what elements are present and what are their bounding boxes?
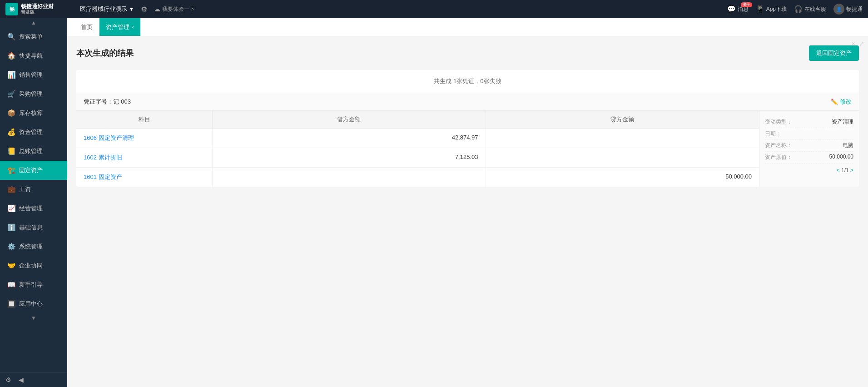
page-title: 本次生成的结果 bbox=[76, 48, 134, 59]
avatar: 👤 bbox=[833, 4, 844, 15]
sidebar-item-operations[interactable]: 📈 经营管理 bbox=[0, 199, 67, 218]
message-button[interactable]: 💬 消息 99+ bbox=[727, 5, 749, 13]
book-icon: 📖 bbox=[7, 281, 15, 289]
sidebar-item-search[interactable]: 🔍 搜索菜单 bbox=[0, 27, 67, 46]
download-icon: 📱 bbox=[756, 5, 764, 13]
sidebar-item-app-center[interactable]: 🔲 应用中心 bbox=[0, 294, 67, 313]
date-row: 日期： bbox=[765, 128, 853, 140]
gear-icon: ⚙️ bbox=[7, 243, 15, 251]
sidebar-collapse-button[interactable]: ◀ bbox=[19, 376, 24, 383]
info-icon: ℹ️ bbox=[7, 223, 15, 232]
col-debit: 借方金额 bbox=[213, 111, 486, 128]
asset-name-value: 电脑 bbox=[843, 142, 853, 149]
dialog-expand-button[interactable]: ⤢ bbox=[859, 40, 864, 47]
experience-button[interactable]: ☁ 我要体验一下 bbox=[154, 5, 195, 13]
sidebar-scroll-up[interactable]: ▲ bbox=[0, 18, 67, 27]
company-selector[interactable]: 医疗器械行业演示 ▼ bbox=[80, 5, 134, 13]
asset-name-label: 资产名称： bbox=[765, 142, 792, 149]
briefcase-icon: 💼 bbox=[7, 185, 15, 194]
trending-icon: 📈 bbox=[7, 204, 15, 213]
pagination-info: 1/1 bbox=[841, 167, 850, 174]
sidebar-item-guide[interactable]: 📖 新手引导 bbox=[0, 275, 67, 294]
row3-credit: 50,000.00 bbox=[486, 168, 759, 187]
box-icon: 📦 bbox=[7, 109, 15, 117]
row2-credit bbox=[486, 148, 759, 167]
sidebar-item-basic-info[interactable]: ℹ️ 基础信息 bbox=[0, 218, 67, 237]
sidebar-bottom: ⚙ ◀ bbox=[0, 372, 67, 387]
row2-debit: 7,125.03 bbox=[213, 148, 486, 167]
sidebar-settings-button[interactable]: ⚙ bbox=[5, 376, 11, 383]
voucher-header: 凭证字号：记-003 ✏️ 修改 bbox=[76, 93, 859, 111]
sidebar-item-payroll[interactable]: 💼 工资 bbox=[0, 180, 67, 199]
collapse-icon: ◀ bbox=[19, 376, 24, 383]
row1-credit bbox=[486, 129, 759, 148]
original-value-value: 50,000.00 bbox=[829, 154, 853, 161]
tabs-bar: 首页 资产管理 × bbox=[67, 18, 868, 36]
tab-home[interactable]: 首页 bbox=[74, 18, 99, 36]
handshake-icon: 🤝 bbox=[7, 262, 15, 270]
app-logo: 畅 畅捷通好业财 普及版 bbox=[5, 3, 73, 15]
money-icon: 💰 bbox=[7, 128, 15, 136]
table-row: 1602 累计折旧 7,125.03 bbox=[76, 148, 759, 168]
avatar-icon: 👤 bbox=[836, 7, 842, 12]
row1-debit: 42,874.97 bbox=[213, 129, 486, 148]
app-download-button[interactable]: 📱 App下载 bbox=[756, 5, 787, 13]
table-header: 科目 借方金额 贷方金额 bbox=[76, 111, 759, 129]
result-panel: 共生成 1张凭证，0张失败 凭证字号：记-003 ✏️ 修改 科目 借方金额 bbox=[76, 70, 859, 187]
original-value-label: 资产原值： bbox=[765, 154, 792, 161]
change-type-label: 变动类型： bbox=[765, 118, 792, 126]
edit-button[interactable]: ✏️ 修改 bbox=[831, 98, 852, 106]
original-value-row: 资产原值： 50,000.00 bbox=[765, 152, 853, 164]
tab-asset-management[interactable]: 资产管理 × bbox=[99, 18, 141, 36]
pagination-prev[interactable]: < bbox=[837, 167, 840, 174]
sidebar-scroll-down[interactable]: ▼ bbox=[0, 313, 67, 322]
sidebar-item-purchase[interactable]: 🛒 采购管理 bbox=[0, 84, 67, 104]
edit-icon: ✏️ bbox=[831, 99, 838, 105]
voucher-body: 科目 借方金额 贷方金额 ✓ 成功 1606 固定资产清理 42,874.97 bbox=[76, 111, 859, 187]
asset-name-row: 资产名称： 电脑 bbox=[765, 140, 853, 152]
date-label: 日期： bbox=[765, 130, 781, 138]
main-layout: ▲ 🔍 搜索菜单 🏠 快捷导航 📊 销售管理 🛒 采购管理 📦 库存核算 💰 资… bbox=[0, 18, 868, 387]
message-icon: 💬 bbox=[727, 5, 736, 13]
settings-icon[interactable]: ⚙ bbox=[138, 3, 150, 15]
pagination: < 1/1 > bbox=[765, 164, 853, 174]
row3-subject: 1601 固定资产 bbox=[76, 168, 213, 187]
search-icon: 🔍 bbox=[7, 33, 15, 41]
ledger-icon: 📒 bbox=[7, 147, 15, 155]
sidebar: ▲ 🔍 搜索菜单 🏠 快捷导航 📊 销售管理 🛒 采购管理 📦 库存核算 💰 资… bbox=[0, 18, 67, 387]
top-bar-center: 医疗器械行业演示 ▼ ⚙ ☁ 我要体验一下 bbox=[73, 3, 727, 15]
voucher-number: 凭证字号：记-003 bbox=[84, 98, 131, 106]
result-summary: 共生成 1张凭证，0张失败 bbox=[76, 70, 859, 93]
user-profile[interactable]: 👤 畅捷通 bbox=[833, 4, 863, 15]
logo-text: 畅捷通好业财 普及版 bbox=[21, 3, 54, 15]
sidebar-item-ledger[interactable]: 📒 总账管理 bbox=[0, 142, 67, 161]
message-badge: 99+ bbox=[741, 2, 752, 7]
page-content: × ⤢ 本次生成的结果 返回固定资产 共生成 1张凭证，0张失败 凭证字号：记-… bbox=[67, 36, 868, 387]
voucher-table: 科目 借方金额 贷方金额 ✓ 成功 1606 固定资产清理 42,874.97 bbox=[76, 111, 759, 187]
row2-subject: 1602 累计折旧 bbox=[76, 148, 213, 167]
sidebar-item-enterprise[interactable]: 🤝 企业协同 bbox=[0, 256, 67, 275]
tab-close-icon[interactable]: × bbox=[131, 25, 134, 30]
sidebar-item-quick-nav[interactable]: 🏠 快捷导航 bbox=[0, 46, 67, 65]
sidebar-item-fixed-assets[interactable]: 🏗️ 固定资产 bbox=[0, 161, 67, 180]
row3-debit bbox=[213, 168, 486, 187]
return-button[interactable]: 返回固定资产 bbox=[809, 45, 859, 61]
right-info-panel: 变动类型： 资产清理 日期： 资产名称： 电脑 资产原值： bbox=[759, 111, 859, 187]
row1-subject: 1606 固定资产清理 bbox=[76, 129, 213, 148]
building-icon: 🏗️ bbox=[7, 166, 15, 174]
sidebar-item-sales[interactable]: 📊 销售管理 bbox=[0, 65, 67, 84]
top-bar-right: 💬 消息 99+ 📱 App下载 🎧 在线客服 👤 畅捷通 bbox=[727, 4, 863, 15]
top-bar: 畅 畅捷通好业财 普及版 医疗器械行业演示 ▼ ⚙ ☁ 我要体验一下 💬 消息 … bbox=[0, 0, 868, 18]
sidebar-item-inventory[interactable]: 📦 库存核算 bbox=[0, 104, 67, 123]
change-type-row: 变动类型： 资产清理 bbox=[765, 116, 853, 128]
dialog-close-button[interactable]: × bbox=[852, 40, 855, 47]
chevron-down-icon: ▼ bbox=[129, 6, 134, 12]
sidebar-item-funds[interactable]: 💰 资金管理 bbox=[0, 123, 67, 142]
table-row: ✓ 成功 1606 固定资产清理 42,874.97 bbox=[76, 129, 759, 148]
sidebar-item-system[interactable]: ⚙️ 系统管理 bbox=[0, 237, 67, 256]
customer-service-button[interactable]: 🎧 在线客服 bbox=[794, 5, 826, 13]
pagination-next[interactable]: > bbox=[850, 167, 853, 174]
cart-icon: 🛒 bbox=[7, 90, 15, 98]
table-row: 1601 固定资产 50,000.00 bbox=[76, 168, 759, 187]
col-subject: 科目 bbox=[76, 111, 213, 128]
